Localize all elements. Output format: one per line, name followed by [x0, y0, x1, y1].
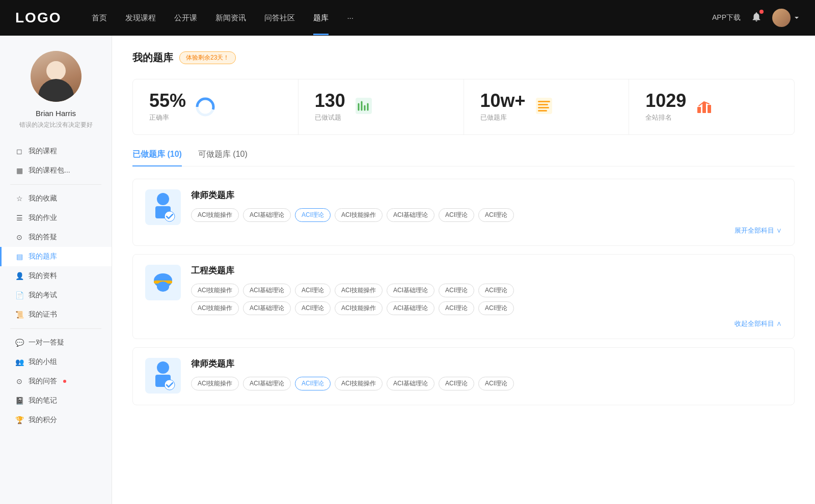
- eng2-tag-3[interactable]: ACI技能操作: [335, 301, 383, 315]
- collapse-link-engineer[interactable]: 收起全部科目 ∧: [191, 319, 782, 328]
- course-pack-icon: ▦: [15, 166, 23, 175]
- nav-home[interactable]: 首页: [92, 13, 107, 23]
- engineer-bank-icon: [145, 265, 181, 300]
- navbar-right: APP下载: [712, 9, 800, 27]
- nav-news[interactable]: 新闻资讯: [215, 13, 246, 23]
- tag-6[interactable]: ACI理论: [478, 208, 514, 222]
- nav-quiz-bank[interactable]: 题库: [313, 13, 329, 23]
- tag-5[interactable]: ACI理论: [439, 208, 474, 222]
- main-content: 我的题库 体验剩余23天！ 55% 正确率: [112, 36, 815, 504]
- bank-tags-lawyer-1: ACI技能操作 ACI基础理论 ACI理论 ACI技能操作 ACI基础理论 AC…: [191, 208, 782, 222]
- nav-discover[interactable]: 发现课程: [125, 13, 156, 23]
- tabs-row: 已做题库 (10) 可做题库 (10): [132, 149, 795, 166]
- l2-tag-2[interactable]: ACI理论: [295, 377, 331, 390]
- tag-2[interactable]: ACI理论: [295, 208, 331, 222]
- sidebar-item-favorites[interactable]: ☆ 我的收藏: [0, 189, 112, 208]
- eng-tag-2[interactable]: ACI理论: [295, 284, 331, 297]
- nav-qa[interactable]: 问答社区: [264, 13, 295, 23]
- nav-menu: 首页 发现课程 公开课 新闻资讯 问答社区 题库 ···: [92, 13, 712, 23]
- eng-tag-5[interactable]: ACI理论: [439, 284, 474, 297]
- user-avatar-wrapper[interactable]: [772, 9, 800, 27]
- eng-tag-6[interactable]: ACI理论: [478, 284, 514, 297]
- l2-tag-1[interactable]: ACI基础理论: [243, 377, 291, 390]
- eng-tag-1[interactable]: ACI基础理论: [243, 284, 291, 297]
- sidebar-label-my-qa: 我的答疑: [29, 233, 57, 242]
- svg-point-15: [157, 193, 169, 205]
- tag-4[interactable]: ACI基础理论: [387, 208, 434, 222]
- eng-tag-0[interactable]: ACI技能操作: [191, 284, 239, 297]
- eng2-tag-4[interactable]: ACI基础理论: [387, 301, 434, 315]
- trial-badge: 体验剩余23天！: [179, 51, 236, 64]
- eng2-tag-6[interactable]: ACI理论: [478, 301, 514, 315]
- data-icon: 👤: [15, 272, 23, 280]
- sidebar-item-quiz-bank[interactable]: ▤ 我的题库: [0, 247, 112, 266]
- sidebar-item-course-pack[interactable]: ▦ 我的课程包...: [0, 161, 112, 180]
- bank-content-lawyer-2: 律师类题库 ACI技能操作 ACI基础理论 ACI理论 ACI技能操作 ACI基…: [191, 358, 782, 395]
- sidebar-item-my-group[interactable]: 👥 我的小组: [0, 352, 112, 372]
- eng-tag-4[interactable]: ACI基础理论: [387, 284, 434, 297]
- sidebar-item-my-courses[interactable]: ◻ 我的课程: [0, 142, 112, 161]
- l2-tag-5[interactable]: ACI理论: [439, 377, 474, 390]
- main-wrapper: Brian Harris 错误的决定比没有决定要好 ◻ 我的课程 ▦ 我的课程包…: [0, 36, 815, 504]
- sidebar-item-one-on-one[interactable]: 💬 一对一答疑: [0, 333, 112, 352]
- page-header: 我的题库 体验剩余23天！: [132, 51, 795, 65]
- bank-title-engineer: 工程类题库: [191, 265, 782, 276]
- stat-questions-label: 已做试题: [315, 113, 345, 122]
- bank-title-lawyer-2: 律师类题库: [191, 358, 782, 370]
- nav-more[interactable]: ···: [347, 13, 354, 23]
- profile-avatar: [31, 51, 82, 102]
- eng2-tag-2[interactable]: ACI理论: [295, 301, 331, 315]
- l2-tag-4[interactable]: ACI基础理论: [387, 377, 434, 390]
- bank-tags-engineer-1: ACI技能操作 ACI基础理论 ACI理论 ACI技能操作 ACI基础理论 AC…: [191, 284, 782, 297]
- tag-1[interactable]: ACI基础理论: [243, 208, 291, 222]
- bank-card-lawyer-1: 律师类题库 ACI技能操作 ACI基础理论 ACI理论 ACI技能操作 ACI基…: [132, 179, 795, 246]
- stat-banks-value: 10w+: [480, 92, 526, 110]
- profile-motto: 错误的决定比没有决定要好: [9, 121, 103, 129]
- tag-3[interactable]: ACI技能操作: [335, 208, 383, 222]
- svg-rect-10: [538, 107, 549, 108]
- app-download-button[interactable]: APP下载: [712, 13, 741, 22]
- sidebar-item-my-questions[interactable]: ⊙ 我的问答: [0, 372, 112, 391]
- page-title: 我的题库: [132, 51, 173, 65]
- svg-rect-13: [702, 103, 706, 113]
- questions-badge: [63, 380, 66, 383]
- banks-chart-icon: [535, 97, 555, 117]
- notification-bell[interactable]: [751, 11, 762, 24]
- stat-accuracy: 55% 正确率: [133, 79, 298, 134]
- tab-done-banks[interactable]: 已做题库 (10): [132, 149, 182, 166]
- sidebar-divider-2: [10, 328, 101, 329]
- sidebar-label-my-notes: 我的笔记: [29, 396, 57, 405]
- sidebar-item-my-notes[interactable]: 📓 我的笔记: [0, 391, 112, 410]
- sidebar: Brian Harris 错误的决定比没有决定要好 ◻ 我的课程 ▦ 我的课程包…: [0, 36, 112, 504]
- eng2-tag-1[interactable]: ACI基础理论: [243, 301, 291, 315]
- bank-content-engineer: 工程类题库 ACI技能操作 ACI基础理论 ACI理论 ACI技能操作 ACI基…: [191, 265, 782, 328]
- sidebar-item-my-exam[interactable]: 📄 我的考试: [0, 286, 112, 305]
- l2-tag-3[interactable]: ACI技能操作: [335, 377, 383, 390]
- sidebar-item-my-points[interactable]: 🏆 我的积分: [0, 410, 112, 430]
- expand-link-lawyer-1[interactable]: 展开全部科目 ∨: [191, 226, 782, 235]
- sidebar-item-certificate[interactable]: 📜 我的证书: [0, 305, 112, 324]
- eng-tag-3[interactable]: ACI技能操作: [335, 284, 383, 297]
- nav-open-course[interactable]: 公开课: [174, 13, 197, 23]
- tag-0[interactable]: ACI技能操作: [191, 208, 239, 222]
- eng2-tag-0[interactable]: ACI技能操作: [191, 301, 239, 315]
- sidebar-label-my-points: 我的积分: [29, 415, 57, 425]
- group-icon: 👥: [15, 358, 23, 366]
- sidebar-item-my-qa[interactable]: ⊙ 我的答疑: [0, 228, 112, 247]
- user-avatar: [772, 9, 791, 27]
- sidebar-item-homework[interactable]: ☰ 我的作业: [0, 208, 112, 228]
- course-icon: ◻: [15, 147, 23, 155]
- eng2-tag-5[interactable]: ACI理论: [439, 301, 474, 315]
- star-icon: ☆: [15, 194, 23, 203]
- homework-icon: ☰: [15, 214, 23, 222]
- sidebar-item-my-data[interactable]: 👤 我的资料: [0, 266, 112, 286]
- svg-point-20: [157, 282, 169, 292]
- chevron-down-icon: [794, 15, 800, 21]
- sidebar-label-my-exam: 我的考试: [29, 291, 57, 300]
- l2-tag-0[interactable]: ACI技能操作: [191, 377, 239, 390]
- sidebar-label-my-group: 我的小组: [29, 357, 57, 367]
- l2-tag-6[interactable]: ACI理论: [478, 377, 514, 390]
- stat-accuracy-value: 55%: [149, 92, 186, 110]
- qa-icon: ⊙: [15, 233, 23, 241]
- tab-available-banks[interactable]: 可做题库 (10): [198, 149, 248, 166]
